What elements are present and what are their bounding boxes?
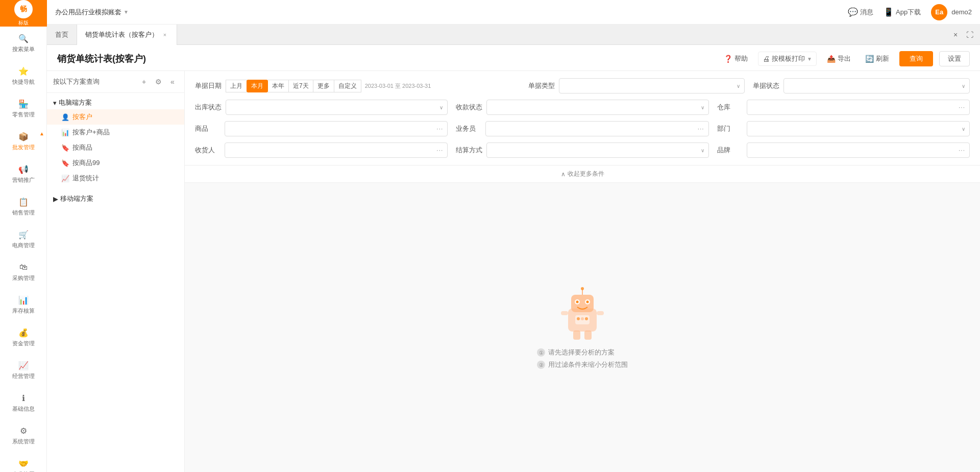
tab-sales-stats[interactable]: 销货单统计表（按客户） ×: [77, 25, 177, 45]
window-maximize-button[interactable]: ⛶: [964, 29, 976, 41]
refresh-button[interactable]: 🔄 刷新: [861, 52, 893, 65]
avatar: Ea: [931, 4, 947, 20]
dept-label: 部门: [717, 124, 743, 133]
tab-sales-stats-label: 销货单统计表（按客户）: [85, 30, 158, 39]
message-button[interactable]: 💬 消息: [848, 7, 873, 17]
scheme-collapse-button[interactable]: «: [167, 76, 178, 87]
date-label: 单据日期: [195, 81, 222, 90]
operations-icon: 📈: [18, 360, 29, 371]
date-tab-this-month[interactable]: 本月: [247, 80, 268, 92]
star-icon: ⭐: [18, 65, 29, 77]
doc-status-label: 单据状态: [753, 81, 779, 90]
scheme-settings-button[interactable]: ⚙: [153, 76, 164, 87]
date-tab-7days[interactable]: 近7天: [288, 80, 313, 92]
tab-close-icon[interactable]: ×: [161, 31, 168, 38]
app-download-button[interactable]: 📱 App下载: [884, 7, 921, 17]
sidebar-item-wholesale[interactable]: 📦 批发管理 ▲: [0, 125, 46, 157]
user-name: demo2: [951, 8, 972, 16]
print-chevron: ▼: [807, 56, 812, 62]
empty-text: ① 请先选择要分析的方案 ② 用过滤条件来缩小分析范围: [537, 348, 628, 369]
brand-picker[interactable]: ···: [747, 143, 970, 158]
page-title: 销货单统计表(按客户): [57, 53, 146, 65]
return-icon: 📈: [61, 175, 69, 182]
mobile-group-label: 移动端方案: [60, 194, 93, 203]
tab-actions: × ⛶: [949, 29, 980, 41]
scheme-mobile-group-header[interactable]: ▶ 移动端方案: [47, 192, 184, 205]
help-icon: ❓: [724, 55, 732, 63]
goods-field: 商品 ···: [195, 121, 448, 136]
sidebar-item-operations[interactable]: 📈 经营管理: [0, 353, 46, 386]
brand-field: 品牌 ···: [717, 143, 970, 158]
doc-type-dropdown[interactable]: ∨: [559, 78, 745, 93]
scheme-item-by-goods[interactable]: 🔖 按商品: [47, 140, 184, 155]
empty-step-2: ② 用过滤条件来缩小分析范围: [537, 360, 628, 369]
sidebar-item-sales[interactable]: 📋 销售管理: [0, 190, 46, 223]
collapse-label: 收起更多条件: [568, 170, 604, 178]
sidebar-item-quick-nav[interactable]: ⭐ 快捷导航: [0, 59, 46, 92]
sidebar-item-basic-info[interactable]: ℹ 基础信息: [0, 386, 46, 419]
print-button[interactable]: 🖨 按模板打印 ▼: [758, 52, 817, 66]
doc-status-field: 单据状态 ∨: [753, 78, 970, 93]
workspace-selector[interactable]: 办公用品行业模拟账套 ▼: [55, 8, 129, 17]
recipient-picker[interactable]: ···: [225, 143, 448, 158]
doc-status-chevron: ∨: [962, 83, 965, 89]
sidebar: 畅 标版 🔍 搜索菜单 ⭐ 快捷导航 🏪 零售管理 📦 批发管理 ▲ 📢 营销推…: [0, 0, 47, 472]
empty-illustration: [557, 286, 608, 342]
sidebar-item-search-menu[interactable]: 🔍 搜索菜单: [0, 27, 46, 59]
settings-button[interactable]: 设置: [939, 51, 970, 66]
sidebar-item-enterprise-collab[interactable]: 🤝 企业协同: [0, 452, 46, 472]
out-status-chevron: ∨: [439, 105, 443, 110]
window-close-button[interactable]: ×: [949, 29, 962, 41]
app-download-label: App下载: [896, 8, 921, 17]
purchase-icon: 🛍: [18, 262, 29, 273]
out-status-dropdown[interactable]: ∨: [226, 100, 448, 115]
doc-status-dropdown[interactable]: ∨: [783, 78, 970, 93]
logo-text: 标版: [18, 19, 29, 27]
sidebar-item-ecommerce[interactable]: 🛒 电商管理: [0, 223, 46, 255]
sidebar-item-system[interactable]: ⚙ 系统管理: [0, 419, 46, 452]
sidebar-item-marketing[interactable]: 📢 营销推广: [0, 157, 46, 190]
scheme-item-by-customer[interactable]: 👤 按客户: [47, 109, 184, 125]
salesman-picker[interactable]: ···: [485, 121, 708, 136]
sidebar-item-retail[interactable]: 🏪 零售管理: [0, 92, 46, 125]
scheme-item-label-0: 按客户: [72, 112, 92, 122]
help-button[interactable]: ❓ 帮助: [720, 52, 752, 65]
user-menu[interactable]: Ea demo2: [931, 4, 972, 20]
date-tab-last-month[interactable]: 上月: [226, 80, 247, 92]
scheme-item-return-stats[interactable]: 📈 退货统计: [47, 171, 184, 186]
payment-method-chevron: ∨: [701, 148, 704, 153]
tab-home[interactable]: 首页: [47, 25, 77, 45]
query-button[interactable]: 查询: [899, 51, 933, 66]
out-status-label: 出库状态: [195, 103, 222, 112]
pc-group-expand-icon: ▾: [53, 99, 57, 107]
add-scheme-button[interactable]: +: [138, 76, 150, 87]
step-num-1: ①: [537, 348, 545, 357]
payment-method-dropdown[interactable]: ∨: [486, 143, 708, 158]
export-button[interactable]: 📤 导出: [823, 52, 855, 65]
collab-icon: 🤝: [18, 458, 29, 469]
header-left: 办公用品行业模拟账套 ▼: [55, 8, 129, 17]
goods-picker[interactable]: ···: [225, 121, 448, 136]
svg-point-5: [586, 301, 589, 303]
page-actions: ❓ 帮助 🖨 按模板打印 ▼ 📤 导出 🔄 刷新 查询 设置: [720, 51, 970, 66]
scheme-pc-group-header[interactable]: ▾ 电脑端方案: [47, 96, 184, 109]
recipient-dots: ···: [436, 147, 443, 154]
date-tab-more[interactable]: 更多: [313, 80, 334, 92]
sidebar-item-purchase[interactable]: 🛍 采购管理: [0, 255, 46, 288]
sidebar-item-finance[interactable]: 💰 资金管理: [0, 321, 46, 353]
brand-dots: ···: [959, 147, 965, 154]
collapse-icon: ∧: [561, 171, 566, 178]
date-tab-this-year[interactable]: 本年: [267, 80, 289, 92]
svg-point-7: [581, 287, 584, 290]
collapse-bar[interactable]: ∧ 收起更多条件: [185, 166, 980, 183]
sidebar-item-inventory[interactable]: 📊 库存核算: [0, 288, 46, 321]
dept-dropdown[interactable]: ∨: [747, 121, 970, 136]
svg-rect-10: [573, 331, 580, 340]
payment-status-dropdown[interactable]: ∨: [486, 100, 708, 115]
date-tab-custom[interactable]: 自定义: [334, 80, 361, 92]
brand-label: 品牌: [717, 146, 743, 155]
warehouse-picker[interactable]: ···: [747, 100, 970, 115]
scheme-item-by-customer-goods[interactable]: 📊 按客户+商品: [47, 125, 184, 140]
message-label: 消息: [860, 8, 873, 17]
scheme-item-by-goods99[interactable]: 🔖 按商品99: [47, 155, 184, 171]
